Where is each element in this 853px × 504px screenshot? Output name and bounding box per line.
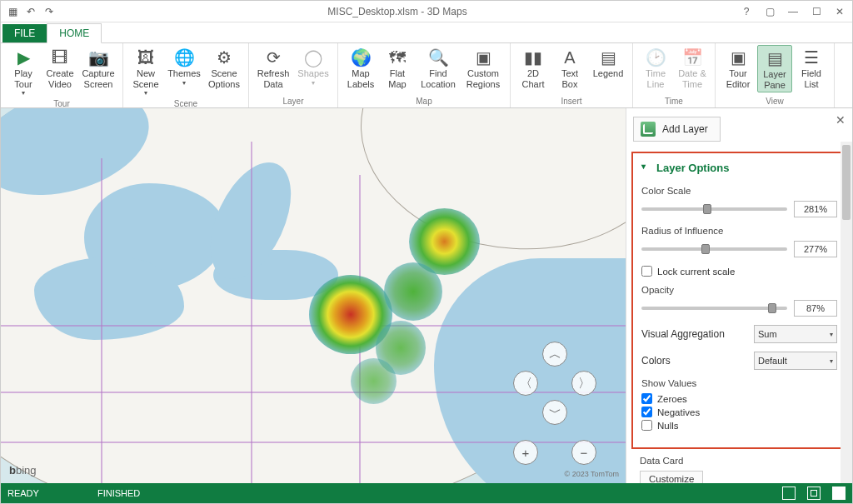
globe-labels-icon: 🌍	[349, 47, 372, 68]
group-label-insert: Insert	[516, 96, 627, 107]
camera-icon: 📷	[87, 47, 110, 68]
legend-icon: ▤	[596, 47, 620, 68]
nulls-checkbox[interactable]: Nulls	[641, 420, 837, 431]
view-mode-3-icon[interactable]	[832, 487, 846, 500]
negatives-checkbox[interactable]: Negatives	[641, 407, 837, 417]
colors-label: Colors	[641, 355, 671, 367]
minimize-icon[interactable]: —	[786, 6, 801, 17]
color-scale-value[interactable]: 281%	[794, 201, 837, 217]
new-scene-button[interactable]: 🖼New Scene▾	[128, 45, 163, 98]
video-icon: 🎞	[48, 47, 72, 68]
ribbon: ▶Play Tour▾ 🎞Create Video 📷Capture Scree…	[1, 43, 852, 108]
textbox-icon: A	[558, 47, 581, 68]
maximize-icon[interactable]: ☐	[809, 6, 824, 17]
layer-options-header[interactable]: Layer Options	[641, 158, 837, 182]
timeline-button: 🕑Time Line	[638, 45, 673, 91]
radius-label: Radius of Influence	[641, 226, 837, 236]
ribbon-tabs: FILE HOME	[1, 22, 852, 43]
layer-pane-icon: ▤	[763, 47, 786, 69]
opacity-label: Opacity	[641, 285, 837, 295]
themes-button[interactable]: 🌐Themes▾	[165, 45, 203, 98]
close-icon[interactable]: ✕	[832, 6, 847, 17]
opacity-slider[interactable]	[641, 307, 787, 310]
tilt-up-button[interactable]: ︿	[542, 342, 567, 367]
title-bar: ▦ ↶ ↷ MISC_Desktop.xlsm - 3D Maps ? ▢ — …	[1, 1, 852, 22]
map-labels-button[interactable]: 🌍Map Labels	[343, 45, 378, 91]
status-ready: READY	[7, 488, 39, 498]
group-label-view: View	[721, 96, 829, 107]
visual-aggregation-label: Visual Aggregation	[641, 328, 725, 340]
play-icon: ▶	[12, 47, 35, 68]
shapes-button: ◯Shapes▾	[294, 45, 332, 91]
map-copyright: © 2023 TomTom	[565, 470, 620, 478]
field-list-button[interactable]: ☰Field List	[794, 45, 829, 92]
group-label-time: Time	[638, 96, 710, 107]
radius-value[interactable]: 277%	[794, 241, 837, 257]
zoom-out-button[interactable]: −	[571, 440, 596, 465]
2d-chart-button[interactable]: ▮▮2D Chart	[516, 45, 551, 91]
search-location-icon: 🔍	[426, 47, 450, 68]
color-scale-slider[interactable]	[641, 207, 787, 211]
regions-icon: ▣	[471, 47, 495, 68]
datetime-button: 📅Date & Time	[675, 45, 710, 91]
colors-select[interactable]: Default▾	[754, 352, 837, 370]
add-layer-icon	[641, 122, 656, 137]
custom-regions-button[interactable]: ▣Custom Regions	[461, 45, 505, 91]
visual-aggregation-select[interactable]: Sum▾	[754, 325, 837, 343]
close-pane-icon[interactable]: ✕	[836, 113, 846, 127]
bing-logo: bbing	[9, 464, 37, 477]
find-location-button[interactable]: 🔍Find Location	[417, 45, 460, 91]
group-label-layer: Layer	[254, 96, 332, 107]
excel-logo-icon: ▦	[6, 5, 19, 18]
chart-icon: ▮▮	[521, 47, 545, 68]
create-video-button[interactable]: 🎞Create Video	[42, 45, 77, 98]
globe-icon: 🌐	[172, 47, 196, 68]
radius-slider[interactable]	[641, 247, 787, 251]
text-box-button[interactable]: AText Box	[552, 45, 587, 91]
layer-pane-button[interactable]: ▤Layer Pane	[757, 45, 792, 92]
help-icon[interactable]: ?	[739, 6, 754, 17]
rotate-right-button[interactable]: 〉	[571, 371, 596, 396]
show-values-label: Show Values	[641, 378, 837, 388]
field-list-icon: ☰	[800, 47, 823, 68]
redo-icon[interactable]: ↷	[42, 5, 56, 18]
timeline-icon: 🕑	[644, 47, 667, 68]
capture-screen-button[interactable]: 📷Capture Screen	[79, 45, 117, 98]
zoom-in-button[interactable]: +	[513, 440, 538, 465]
tour-editor-icon: ▣	[726, 47, 750, 68]
refresh-icon: ⟳	[262, 47, 285, 68]
data-card-label: Data Card	[640, 456, 852, 466]
view-mode-2-icon[interactable]	[807, 487, 821, 500]
calendar-icon: 📅	[681, 47, 704, 68]
tour-editor-button[interactable]: ▣Tour Editor	[721, 45, 756, 92]
view-mode-1-icon[interactable]	[782, 487, 796, 500]
window-title: MISC_Desktop.xlsm - 3D Maps	[56, 6, 739, 17]
play-tour-button[interactable]: ▶Play Tour▾	[6, 45, 41, 98]
customize-button[interactable]: Customize	[640, 471, 703, 483]
status-bar: READY FINISHED	[1, 483, 852, 503]
opacity-value[interactable]: 87%	[794, 300, 837, 317]
undo-icon[interactable]: ↶	[24, 5, 37, 18]
flat-map-button[interactable]: 🗺Flat Map	[380, 45, 415, 91]
tab-home[interactable]: HOME	[47, 23, 102, 43]
add-layer-button[interactable]: Add Layer	[633, 117, 721, 142]
legend-button[interactable]: ▤Legend	[589, 45, 627, 91]
lock-scale-checkbox[interactable]: Lock current scale	[641, 266, 837, 277]
flat-map-icon: 🗺	[386, 47, 409, 68]
tab-file[interactable]: FILE	[2, 24, 47, 42]
new-scene-icon: 🖼	[134, 47, 157, 68]
pane-scrollbar[interactable]	[841, 142, 852, 483]
zeroes-checkbox[interactable]: Zeroes	[641, 393, 837, 404]
scene-options-button[interactable]: ⚙Scene Options	[205, 45, 243, 98]
ribbon-options-icon[interactable]: ▢	[762, 6, 777, 17]
rotate-left-button[interactable]: 〈	[513, 371, 538, 396]
layer-pane: ✕ Add Layer Layer Options Color Scale 28…	[626, 108, 852, 483]
gear-icon: ⚙	[212, 47, 236, 68]
refresh-data-button[interactable]: ⟳Refresh Data	[254, 45, 292, 91]
map-canvas[interactable]: bbing © 2023 TomTom ︿ 〈 〉 ﹀ + −	[1, 108, 626, 483]
shapes-icon: ◯	[302, 47, 325, 68]
group-label-map: Map	[343, 96, 505, 107]
color-scale-label: Color Scale	[641, 186, 837, 196]
layer-options-panel: Layer Options Color Scale 281% Radius of…	[631, 152, 847, 449]
tilt-down-button[interactable]: ﹀	[542, 400, 567, 425]
